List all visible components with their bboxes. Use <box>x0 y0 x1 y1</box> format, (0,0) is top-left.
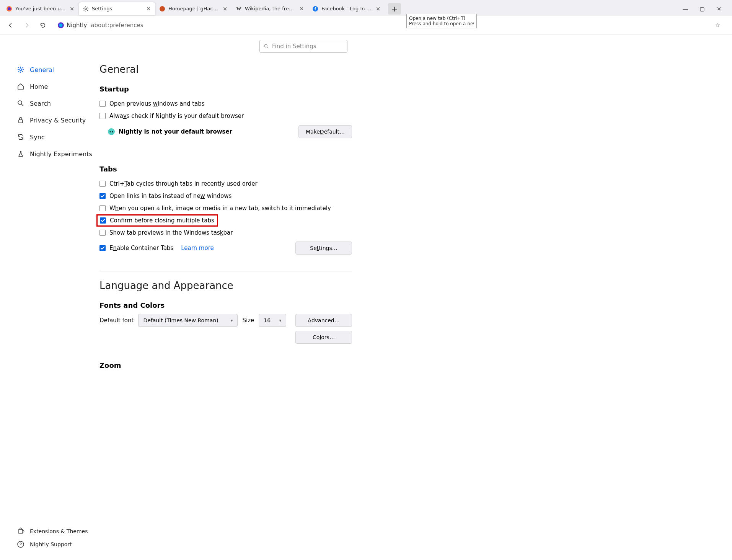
checkbox-label: Enable Container Tabs <box>109 245 173 251</box>
close-icon[interactable]: ✕ <box>375 6 381 12</box>
checkbox-confirm-close-multiple[interactable]: Confirm before closing multiple tabs <box>96 214 218 227</box>
tab-facebook[interactable]: f Facebook - Log In or Sign U ✕ <box>308 2 385 15</box>
sidebar-item-search[interactable]: Search <box>0 95 93 112</box>
svg-point-7 <box>59 23 63 27</box>
tab-title: Facebook - Log In or Sign U <box>321 6 372 11</box>
svg-point-12 <box>264 44 267 47</box>
sidebar-item-support[interactable]: Nightly Support <box>0 538 93 551</box>
sidebar-item-label: General <box>30 66 54 73</box>
section-language: Language and Appearance <box>99 280 352 291</box>
checkbox-always-check-default[interactable]: Always check if Nightly is your default … <box>99 110 352 122</box>
sidebar-item-general[interactable]: General <box>0 61 93 78</box>
checkbox-open-links-tabs[interactable]: Open links in tabs instead of new window… <box>99 190 352 202</box>
svg-point-3 <box>160 6 165 11</box>
section-zoom: Zoom <box>99 361 352 369</box>
checkbox-icon <box>99 181 106 187</box>
select-value: 16 <box>264 317 271 323</box>
font-size-select[interactable]: 16 ▾ <box>259 314 286 327</box>
find-in-settings-input[interactable]: Find in Settings <box>259 40 347 53</box>
question-icon <box>17 540 24 548</box>
advanced-fonts-button[interactable]: Advanced… <box>295 314 352 327</box>
divider <box>99 271 352 271</box>
new-tab-button[interactable]: + <box>388 3 401 15</box>
svg-point-2 <box>85 8 86 9</box>
facebook-icon: f <box>312 6 318 12</box>
checkbox-switch-immediately[interactable]: When you open a link, image or media in … <box>99 202 352 214</box>
tab-ghacks[interactable]: Homepage | gHacks Techno ✕ <box>155 2 232 15</box>
sidebar-item-label: Privacy & Security <box>30 117 86 124</box>
learn-more-link[interactable]: Learn more <box>181 245 214 251</box>
colors-row: Colors… <box>99 331 352 344</box>
tab-title: You've just been upgraded <box>15 6 66 11</box>
chevron-down-icon: ▾ <box>231 318 233 323</box>
checkbox-icon <box>99 245 106 251</box>
default-browser-label: Nightly is not your default browser <box>119 128 232 135</box>
size-label: Size <box>242 317 254 324</box>
gear-icon <box>83 6 89 12</box>
close-icon[interactable]: ✕ <box>145 6 152 12</box>
address-bar[interactable]: Nightly about:preferences ☆ <box>54 19 727 32</box>
checkbox-icon <box>99 193 106 199</box>
checkbox-open-previous[interactable]: Open previous windows and tabs <box>99 98 352 110</box>
tab-bar: You've just been upgraded ✕ Settings ✕ H… <box>0 0 732 16</box>
reload-button[interactable] <box>37 20 48 31</box>
back-button[interactable] <box>5 20 16 31</box>
wikipedia-icon: W <box>236 6 242 12</box>
sidebar-item-label: Extensions & Themes <box>30 528 88 534</box>
sidebar-item-sync[interactable]: Sync <box>0 129 93 145</box>
checkbox-label: Open previous windows and tabs <box>109 100 205 107</box>
tab-title: Settings <box>92 6 142 11</box>
default-font-select[interactable]: Default (Times New Roman) ▾ <box>138 314 238 327</box>
chevron-down-icon: ▾ <box>279 318 282 323</box>
flask-icon <box>17 150 24 158</box>
checkbox-icon <box>99 113 106 119</box>
checkbox-taskbar-previews[interactable]: Show tab previews in the Windows taskbar <box>99 227 352 239</box>
default-browser-row: •• Nightly is not your default browser M… <box>108 125 352 138</box>
identity-pill[interactable]: Nightly <box>57 22 87 29</box>
search-placeholder: Find in Settings <box>272 43 316 50</box>
sidebar-item-privacy[interactable]: Privacy & Security <box>0 112 93 129</box>
sidebar-item-home[interactable]: Home <box>0 78 93 95</box>
checkbox-icon <box>99 230 106 236</box>
checkbox-ctrl-tab[interactable]: Ctrl+Tab cycles through tabs in recently… <box>99 178 352 190</box>
settings-sidebar: General Home Search Privacy & Security S… <box>0 34 93 560</box>
tab-title: Wikipedia, the free encyclop <box>245 6 295 11</box>
checkbox-container-tabs[interactable]: Enable Container Tabs Learn more Setting… <box>99 239 352 257</box>
minimize-button[interactable]: ― <box>682 6 688 12</box>
forward-button[interactable] <box>21 20 32 31</box>
tab-upgraded[interactable]: You've just been upgraded ✕ <box>2 2 79 15</box>
checkbox-label: Always check if Nightly is your default … <box>109 113 244 119</box>
svg-point-9 <box>18 101 22 104</box>
tab-settings[interactable]: Settings ✕ <box>79 2 155 15</box>
svg-point-8 <box>20 69 22 71</box>
container-settings-button[interactable]: Settings… <box>295 242 352 255</box>
maximize-button[interactable]: ▢ <box>699 6 705 12</box>
search-icon <box>17 100 24 107</box>
gear-icon <box>17 66 24 73</box>
make-default-button[interactable]: Make Default… <box>298 125 352 138</box>
url-text: about:preferences <box>91 22 143 29</box>
font-row: Default font Default (Times New Roman) ▾… <box>99 314 352 327</box>
sync-icon <box>17 133 24 141</box>
sidebar-item-label: Nightly Support <box>30 541 72 547</box>
section-fonts: Fonts and Colors <box>99 301 352 309</box>
close-window-button[interactable]: ✕ <box>716 6 722 12</box>
sidebar-item-experiments[interactable]: Nightly Experiments <box>0 145 93 162</box>
sidebar-item-extensions[interactable]: Extensions & Themes <box>0 525 93 538</box>
sad-face-icon: •• <box>108 128 115 135</box>
new-tab-tooltip: Open a new tab (Ctrl+T) Press and hold t… <box>406 14 477 28</box>
svg-rect-10 <box>19 120 23 123</box>
tab-wikipedia[interactable]: W Wikipedia, the free encyclop ✕ <box>232 2 308 15</box>
settings-content[interactable]: Find in Settings General Startup Open pr… <box>93 34 732 560</box>
puzzle-icon <box>17 527 24 535</box>
checkbox-label: Confirm before closing multiple tabs <box>110 217 214 224</box>
close-icon[interactable]: ✕ <box>298 6 305 12</box>
home-icon <box>17 83 24 90</box>
colors-button[interactable]: Colors… <box>295 331 352 344</box>
sidebar-item-label: Sync <box>30 134 45 141</box>
close-icon[interactable]: ✕ <box>69 6 75 12</box>
nightly-icon <box>57 22 64 29</box>
bookmark-star-icon[interactable]: ☆ <box>715 22 723 29</box>
checkbox-icon <box>99 205 106 211</box>
close-icon[interactable]: ✕ <box>222 6 228 12</box>
